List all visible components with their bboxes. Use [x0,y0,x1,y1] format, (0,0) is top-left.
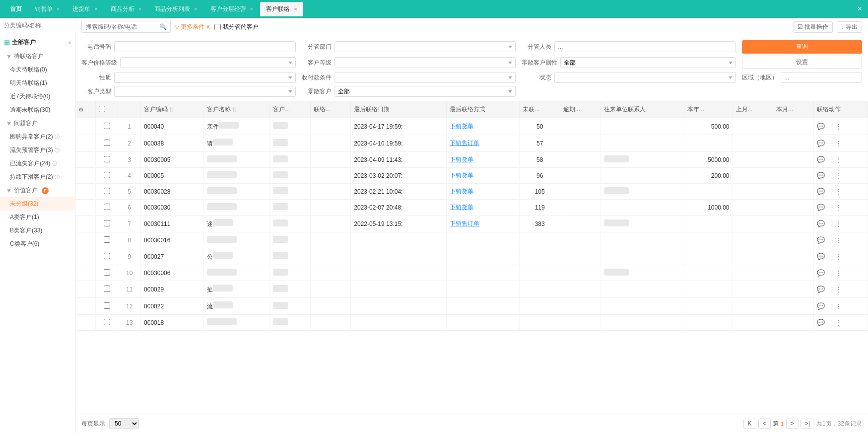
close-icon[interactable]: × [94,6,97,12]
retail-attr-select[interactable]: 全部 [560,57,736,68]
reset-button[interactable]: 设置 [742,56,862,69]
search-icon[interactable]: 🔍 [159,23,167,30]
status-select[interactable] [554,72,736,83]
settings-icon[interactable]: ⚙ [78,106,84,113]
close-icon[interactable]: × [194,6,197,12]
customer-type-select[interactable] [114,86,296,97]
row-checkbox[interactable] [104,319,110,325]
retail-customer-select[interactable]: 全部 [334,86,516,97]
sidebar-item-hoarding[interactable]: 囤购异常客户(2) ⓘ [0,130,75,144]
sidebar-item-type-a[interactable]: A类客户(1) [0,211,75,224]
tab-home[interactable]: 首页 [4,2,28,16]
message-icon[interactable]: 💬 [817,156,825,163]
close-icon[interactable]: × [250,6,253,12]
price-level-select[interactable] [120,57,296,68]
tab-purchase[interactable]: 进货单 × [67,2,103,16]
row-checkbox[interactable] [104,172,110,178]
more-icon[interactable]: ⋮⋮ [829,172,842,179]
td-checkbox[interactable] [96,216,118,232]
section-problem-customers[interactable]: ▼ 问题客户 [0,117,75,130]
td-checkbox[interactable] [96,135,118,152]
phone-input[interactable] [114,41,296,52]
tab-sales[interactable]: 销售单 × [29,2,66,16]
td-checkbox[interactable] [96,232,118,248]
sidebar-item-type-c[interactable]: C类客户(6) [0,237,75,251]
message-icon[interactable]: 💬 [817,286,825,293]
th-settings[interactable]: ⚙ [75,101,96,118]
close-icon[interactable]: × [138,6,141,12]
row-checkbox[interactable] [104,204,110,210]
sidebar-item-overdue[interactable]: 逾期未联络(30) [0,103,75,117]
tab-customer-segmentation[interactable]: 客户分层经营 × [204,2,259,16]
td-checkbox[interactable] [96,118,118,135]
select-all-checkbox[interactable] [99,106,105,112]
customer-level-select[interactable] [334,57,516,68]
message-icon[interactable]: 💬 [817,302,825,310]
row-checkbox[interactable] [104,123,110,129]
my-customers-checkbox[interactable]: 我分管的客户 [214,23,259,31]
sidebar-item-type-b[interactable]: B类客户(33) [0,224,75,237]
payment-select[interactable] [334,72,516,83]
row-checkbox[interactable] [104,220,110,226]
more-icon[interactable]: ⋮⋮ [829,269,842,277]
search-button[interactable]: 查询 [742,40,862,54]
next-page-btn[interactable]: > [786,419,799,429]
prev-page-btn[interactable]: < [758,419,771,429]
th-checkbox[interactable] [96,101,118,118]
row-checkbox[interactable] [104,156,110,162]
message-icon[interactable]: 💬 [817,269,825,277]
message-icon[interactable]: 💬 [817,253,825,260]
close-icon[interactable]: × [294,6,297,12]
more-icon[interactable]: ⋮⋮ [829,236,842,244]
manager-input[interactable] [554,41,736,52]
more-icon[interactable]: ⋮⋮ [829,140,842,147]
last-page-btn[interactable]: >| [801,419,814,429]
sidebar-item-churned[interactable]: 已流失客户(24) ⓘ [0,157,75,170]
tab-product-analysis-list[interactable]: 商品分析列表 × [148,2,203,16]
dept-select[interactable] [334,41,516,52]
th-code[interactable]: 客户编码⇅ [141,101,204,118]
message-icon[interactable]: 💬 [817,204,825,211]
more-icon[interactable]: ⋮⋮ [829,286,842,293]
row-checkbox[interactable] [104,236,110,243]
message-icon[interactable]: 💬 [817,319,825,326]
more-icon[interactable]: ⋮⋮ [829,302,842,310]
all-customers-header[interactable]: ⊞ 全部客户 « [0,35,75,50]
message-icon[interactable]: 💬 [817,172,825,179]
message-icon[interactable]: 💬 [817,188,825,195]
search-input[interactable] [81,21,171,33]
row-checkbox[interactable] [104,188,110,194]
region-input[interactable] [781,72,862,83]
close-icon[interactable]: × [57,6,60,12]
export-btn[interactable]: ↓ 导出 [837,21,862,33]
sidebar-item-tomorrow[interactable]: 明天待联络(1) [0,76,75,90]
more-icon[interactable]: ⋮⋮ [829,123,842,130]
message-icon[interactable]: 💬 [817,236,825,244]
more-icon[interactable]: ⋮⋮ [829,156,842,163]
td-checkbox[interactable] [96,200,118,216]
message-icon[interactable]: 💬 [817,220,825,227]
sidebar-item-declining[interactable]: 持续下滑客户(2) ⓘ [0,170,75,184]
row-checkbox[interactable] [104,269,110,276]
td-checkbox[interactable] [96,248,118,265]
row-checkbox[interactable] [104,286,110,292]
more-icon[interactable]: ⋮⋮ [829,188,842,195]
nature-select[interactable] [114,72,296,83]
more-conditions-btn[interactable]: ▽ 更多条件 ∧ [175,23,210,31]
td-checkbox[interactable] [96,315,118,331]
td-checkbox[interactable] [96,184,118,200]
section-pending-contact[interactable]: ▼ 待联络客户 [0,50,75,63]
tab-customer-contact[interactable]: 客户联络 × [260,2,303,16]
sidebar-search-input[interactable] [4,22,78,29]
sidebar-item-7days[interactable]: 近7天待联络(0) [0,90,75,103]
row-checkbox[interactable] [104,302,110,309]
section-value-customers[interactable]: ▼ 价值客户 F [0,184,75,197]
per-page-select[interactable]: 50 [109,418,139,429]
my-customers-check[interactable] [214,24,221,30]
more-icon[interactable]: ⋮⋮ [829,319,842,326]
sidebar-item-today[interactable]: 今天待联络(0) [0,63,75,76]
first-page-btn[interactable]: K [743,419,756,429]
more-icon[interactable]: ⋮⋮ [829,204,842,211]
td-checkbox[interactable] [96,281,118,298]
collapse-icon[interactable]: « [68,40,71,45]
